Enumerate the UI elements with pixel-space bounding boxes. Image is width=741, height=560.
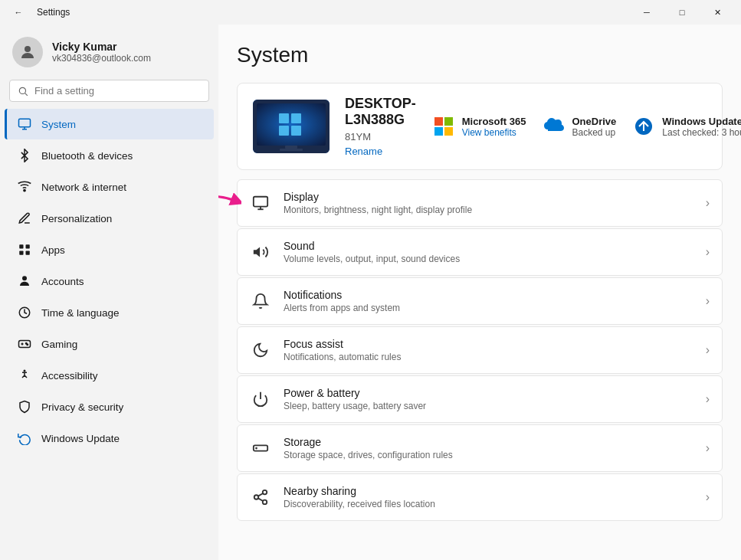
windowsupdate-icon	[17, 431, 32, 446]
user-profile[interactable]: Vicky Kumar vk304836@outlook.com	[0, 25, 218, 77]
device-model: 81YM	[345, 131, 416, 142]
back-button[interactable]: ←	[6, 0, 31, 25]
nearby-icon	[250, 486, 271, 508]
nav-list: System Bluetooth & devices Network &	[0, 108, 218, 554]
storage-icon	[250, 437, 271, 459]
focus-desc: Notifications, automatic rules	[284, 352, 693, 362]
nearby-text: Nearby sharing Discoverability, received…	[284, 485, 693, 509]
sidebar-label-network: Network & internet	[41, 182, 126, 193]
display-chevron: ›	[706, 196, 710, 210]
rename-link[interactable]: Rename	[345, 146, 416, 157]
sidebar-item-system[interactable]: System	[5, 109, 214, 139]
accounts-icon	[17, 273, 32, 289]
user-name: Vicky Kumar	[52, 41, 151, 53]
svg-rect-26	[280, 149, 303, 151]
svg-point-43	[263, 500, 267, 505]
onedrive-icon	[542, 114, 566, 139]
settings-item-notifications[interactable]: Notifications Alerts from apps and syste…	[237, 277, 723, 325]
onedrive-title: OneDrive	[572, 116, 617, 127]
settings-item-sound[interactable]: Sound Volume levels, output, input, soun…	[237, 228, 723, 276]
ms365-text: Microsoft 365 View benefits	[462, 116, 526, 138]
title-bar-title: Settings	[37, 7, 70, 18]
svg-line-44	[258, 498, 263, 501]
network-icon	[17, 179, 32, 195]
title-bar-left: ← Settings	[6, 0, 70, 25]
search-box[interactable]	[9, 80, 209, 102]
storage-chevron: ›	[706, 441, 710, 455]
svg-rect-34	[254, 197, 267, 207]
svg-line-45	[258, 493, 263, 496]
display-icon	[250, 192, 271, 214]
storage-title: Storage	[284, 436, 693, 448]
settings-item-power[interactable]: Power & battery Sleep, battery usage, ba…	[237, 375, 723, 423]
svg-rect-10	[26, 251, 30, 255]
nearby-desc: Discoverability, received files location	[284, 499, 693, 509]
storage-text: Storage Storage space, drives, configura…	[284, 436, 693, 460]
svg-marker-37	[254, 247, 260, 257]
svg-point-1	[19, 87, 25, 93]
power-text: Power & battery Sleep, battery usage, ba…	[284, 387, 693, 411]
minimize-button[interactable]: ─	[629, 0, 664, 25]
svg-rect-25	[285, 146, 297, 149]
system-icon	[17, 116, 32, 132]
settings-item-focus[interactable]: Focus assist Notifications, automatic ru…	[237, 326, 723, 374]
settings-list: Display Monitors, brightness, night ligh…	[237, 179, 723, 521]
close-button[interactable]: ✕	[700, 0, 735, 25]
power-chevron: ›	[706, 392, 710, 406]
sidebar-label-bluetooth: Bluetooth & devices	[41, 150, 133, 162]
gaming-icon	[17, 336, 32, 352]
power-desc: Sleep, battery usage, battery saver	[284, 401, 693, 411]
winupdate-title: Windows Update	[662, 116, 741, 127]
sidebar-item-apps[interactable]: Apps	[5, 234, 214, 265]
sidebar-item-accessibility[interactable]: Accessibility	[5, 360, 214, 391]
svg-point-11	[22, 276, 27, 280]
svg-point-42	[254, 495, 259, 499]
settings-item-nearby[interactable]: Nearby sharing Discoverability, received…	[237, 473, 723, 521]
accessibility-icon	[17, 368, 32, 383]
notifications-text: Notifications Alerts from apps and syste…	[284, 289, 693, 313]
sound-icon	[250, 241, 271, 263]
display-desc: Monitors, brightness, night light, displ…	[284, 205, 693, 215]
device-info: DESKTOP-L3N388G 81YM Rename	[345, 96, 416, 157]
winupdate-link[interactable]: Windows Update Last checked: 3 hours ago	[631, 114, 741, 139]
svg-rect-24	[291, 126, 301, 136]
svg-rect-28	[444, 117, 453, 126]
sidebar-item-windowsupdate[interactable]: Windows Update	[5, 423, 214, 454]
display-text: Display Monitors, brightness, night ligh…	[284, 191, 693, 215]
settings-item-storage[interactable]: Storage Storage space, drives, configura…	[237, 424, 723, 472]
notifications-title: Notifications	[284, 289, 693, 301]
notifications-desc: Alerts from apps and system	[284, 303, 693, 313]
sidebar-item-privacy[interactable]: Privacy & security	[5, 391, 214, 422]
display-title: Display	[284, 191, 693, 203]
ms365-link[interactable]: Microsoft 365 View benefits	[431, 114, 526, 139]
sidebar-label-time: Time & language	[41, 307, 120, 319]
sidebar-label-apps: Apps	[41, 244, 65, 256]
settings-item-display[interactable]: Display Monitors, brightness, night ligh…	[237, 179, 723, 227]
search-input[interactable]	[34, 85, 201, 97]
onedrive-link[interactable]: OneDrive Backed up	[542, 114, 617, 139]
onedrive-subtitle: Backed up	[572, 127, 617, 138]
svg-point-0	[25, 46, 31, 52]
winupdate-text: Windows Update Last checked: 3 hours ago	[662, 116, 741, 138]
sidebar-label-gaming: Gaming	[41, 339, 77, 350]
svg-point-18	[24, 370, 26, 372]
notifications-icon	[250, 290, 271, 312]
back-icon: ←	[15, 8, 23, 17]
sidebar-item-bluetooth[interactable]: Bluetooth & devices	[5, 140, 214, 171]
title-bar: ← Settings ─ □ ✕	[0, 0, 741, 25]
maximize-button[interactable]: □	[664, 0, 700, 25]
avatar	[12, 37, 43, 67]
sidebar-item-time[interactable]: Time & language	[5, 297, 214, 328]
user-info: Vicky Kumar vk304836@outlook.com	[52, 41, 151, 64]
onedrive-text: OneDrive Backed up	[572, 116, 617, 138]
ms365-title: Microsoft 365	[462, 116, 526, 127]
ms365-subtitle: View benefits	[462, 127, 526, 138]
sidebar-item-network[interactable]: Network & internet	[5, 172, 214, 202]
page-title: System	[237, 43, 723, 67]
quick-links: Microsoft 365 View benefits OneDrive Bac…	[431, 114, 741, 139]
sidebar-item-personalization[interactable]: Personalization	[5, 203, 214, 234]
svg-rect-23	[279, 126, 289, 136]
sidebar-item-gaming[interactable]: Gaming	[5, 329, 214, 359]
sidebar-item-accounts[interactable]: Accounts	[5, 266, 214, 296]
svg-rect-8	[26, 244, 30, 248]
